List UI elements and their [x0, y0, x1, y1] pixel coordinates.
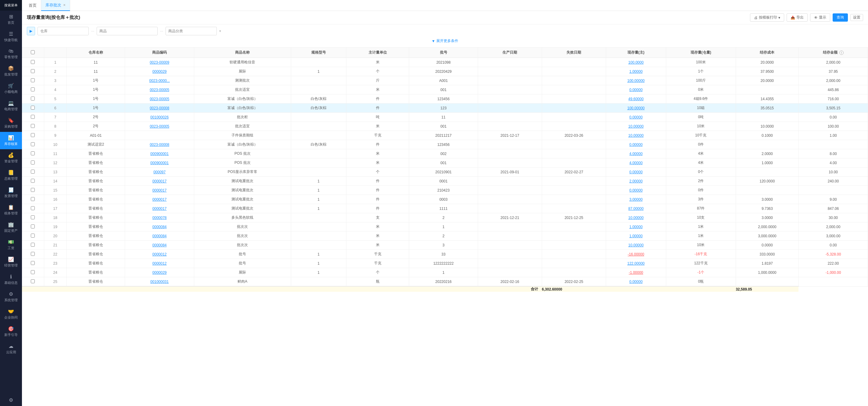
select-all-checkbox[interactable] — [31, 50, 35, 54]
row-checkbox[interactable] — [22, 158, 44, 168]
row-product-code[interactable]: 0000084 — [125, 222, 194, 232]
print-button[interactable]: 🖨 按模板打印 ▾ — [750, 13, 784, 22]
row-qty-main[interactable]: 100.0000 — [606, 58, 666, 67]
row-qty-main[interactable]: 2.00000 — [606, 177, 666, 186]
row-qty-main[interactable]: 122.00000 — [606, 259, 666, 268]
sidebar-item-ecomm[interactable]: 💻 电商管理 — [0, 97, 22, 114]
row-product-code[interactable]: 0000017 — [125, 204, 194, 213]
total-cost-info-icon[interactable]: i — [839, 50, 844, 55]
row-product-code[interactable] — [125, 131, 194, 140]
sidebar-item-collab[interactable]: 🤝 企业协同 — [0, 305, 22, 323]
row-product-code[interactable]: 0000084 — [125, 241, 194, 250]
row-checkbox[interactable] — [22, 85, 44, 94]
sidebar-item-retail[interactable]: 🛍 零售管理 — [0, 45, 22, 62]
row-checkbox[interactable] — [22, 250, 44, 259]
sidebar-item-purchase[interactable]: 🔖 采购管理 — [0, 114, 22, 132]
row-qty-main[interactable]: 87.00000 — [606, 204, 666, 213]
row-checkbox[interactable] — [22, 195, 44, 204]
row-checkbox[interactable] — [22, 177, 44, 186]
search-button[interactable]: 查询 — [833, 13, 848, 22]
row-checkbox[interactable] — [22, 76, 44, 85]
row-product-code[interactable]: 0000017 — [125, 195, 194, 204]
row-checkbox[interactable] — [22, 168, 44, 177]
row-checkbox[interactable] — [22, 149, 44, 158]
row-qty-main[interactable]: 3.00000 — [606, 195, 666, 204]
row-product-code[interactable]: 0023-00008 — [125, 140, 194, 149]
sidebar-item-newbie[interactable]: 🎯 新手引导 — [0, 323, 22, 340]
row-qty-main[interactable]: 10.00000 — [606, 131, 666, 140]
row-checkbox[interactable] — [22, 222, 44, 232]
sidebar-logo[interactable]: 搜索菜单 — [0, 0, 22, 11]
sidebar-item-sysadmin[interactable]: ⚙ 系统管理 — [0, 288, 22, 305]
row-qty-main[interactable]: 0.00000 — [606, 113, 666, 122]
tab-home[interactable]: 首页 — [24, 0, 41, 11]
row-checkbox[interactable] — [22, 241, 44, 250]
row-qty-main[interactable]: 1.00000 — [606, 67, 666, 76]
row-checkbox[interactable] — [22, 58, 44, 67]
row-checkbox[interactable] — [22, 122, 44, 131]
warehouse-filter[interactable] — [37, 27, 89, 35]
row-qty-main[interactable]: 0.00000 — [606, 277, 666, 286]
row-checkbox[interactable] — [22, 113, 44, 122]
sidebar-item-cloud[interactable]: ☁ 云应用 — [0, 340, 22, 358]
row-product-code[interactable]: 0000029 — [125, 67, 194, 76]
sidebar-item-invoice[interactable]: 🧾 发票管理 — [0, 184, 22, 201]
sidebar-item-inventory[interactable]: 📊 库存核算 — [0, 132, 22, 149]
row-checkbox[interactable] — [22, 67, 44, 76]
sidebar-item-tax[interactable]: 📋 税务管理 — [0, 201, 22, 219]
sidebar-settings-button[interactable]: ⚙ — [0, 394, 22, 406]
sidebar-item-finance[interactable]: 💰 资金管理 — [0, 149, 22, 167]
row-checkbox[interactable] — [22, 186, 44, 195]
row-qty-main[interactable]: -16.00000 — [606, 250, 666, 259]
sidebar-item-quicknav[interactable]: ☰ 快捷导航 — [0, 28, 22, 45]
sidebar-item-ledger[interactable]: 📒 总账管理 — [0, 167, 22, 184]
row-product-code[interactable]: 000900001 — [125, 149, 194, 158]
row-checkbox[interactable] — [22, 277, 44, 286]
row-checkbox[interactable] — [22, 232, 44, 241]
export-button[interactable]: 📤 导出 — [786, 13, 808, 22]
sidebar-item-management[interactable]: 📈 经营管理 — [0, 253, 22, 271]
table-container[interactable]: 仓库名称 商品编码 商品名称 规格型号 主计量单位 批号 生产日期 失效日期 现… — [22, 47, 868, 406]
row-product-code[interactable]: 001000031 — [125, 277, 194, 286]
sidebar-item-basicinfo[interactable]: ℹ 基础信息 — [0, 271, 22, 288]
row-product-code[interactable]: 0000017 — [125, 177, 194, 186]
row-qty-main[interactable]: 10.00000 — [606, 241, 666, 250]
row-qty-main[interactable]: 1.00000 — [606, 232, 666, 241]
row-product-code[interactable]: 000097 — [125, 168, 194, 177]
row-product-code[interactable]: 0000012 — [125, 250, 194, 259]
row-qty-main[interactable]: 4.00000 — [606, 149, 666, 158]
row-checkbox[interactable] — [22, 204, 44, 213]
row-checkbox[interactable] — [22, 94, 44, 104]
row-qty-main[interactable]: 49.60000 — [606, 94, 666, 104]
category-filter[interactable] — [165, 27, 217, 35]
sidebar-item-fixedasset[interactable]: 🏢 固定资产 — [0, 219, 22, 236]
row-product-code[interactable]: 0000029 — [125, 268, 194, 277]
expand-filter-button[interactable]: ▼ 展开更多条件 — [428, 37, 462, 45]
display-button[interactable]: 👁 显示 — [810, 13, 830, 22]
row-product-code[interactable]: 0023-00008 — [125, 104, 194, 113]
filter-toggle-button[interactable]: ▶ — [27, 27, 35, 35]
tab-inventory-batch[interactable]: 库存批次 ✕ — [41, 0, 70, 11]
row-qty-main[interactable]: 4.00000 — [606, 158, 666, 168]
row-product-code[interactable]: 0023-00005 — [125, 122, 194, 131]
row-checkbox[interactable] — [22, 213, 44, 222]
sidebar-item-payroll[interactable]: 💵 工资 — [0, 236, 22, 253]
row-qty-main[interactable]: -1.00000 — [606, 268, 666, 277]
sidebar-item-home[interactable]: ⊞ 首页 — [0, 11, 22, 28]
row-product-code[interactable]: 0023-00005 — [125, 94, 194, 104]
product-filter[interactable] — [97, 27, 158, 35]
close-tab-icon[interactable]: ✕ — [63, 3, 66, 7]
row-qty-main[interactable]: 100.00000 — [606, 104, 666, 113]
row-checkbox[interactable] — [22, 268, 44, 277]
row-qty-main[interactable]: 0.00000 — [606, 85, 666, 94]
row-checkbox[interactable] — [22, 140, 44, 149]
row-product-code[interactable]: 001000026 — [125, 113, 194, 122]
row-qty-main[interactable]: 0.00000 — [606, 140, 666, 149]
row-product-code[interactable]: 0000078 — [125, 213, 194, 222]
row-qty-main[interactable]: 10.00000 — [606, 213, 666, 222]
row-product-code[interactable]: 0023-0000... — [125, 76, 194, 85]
row-product-code[interactable]: 000900001 — [125, 158, 194, 168]
row-checkbox[interactable] — [22, 259, 44, 268]
settings-button[interactable]: 设置 — [850, 14, 863, 21]
row-qty-main[interactable]: 0.00000 — [606, 168, 666, 177]
